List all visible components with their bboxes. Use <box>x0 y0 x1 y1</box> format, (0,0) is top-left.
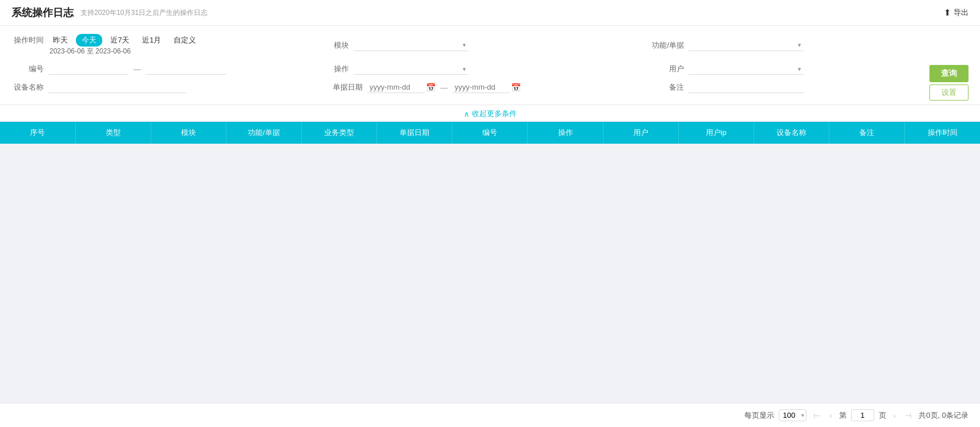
col-header-11: 备注 <box>829 122 905 144</box>
operation-select-wrapper: ▾ <box>353 63 468 75</box>
code-input-to[interactable] <box>145 63 226 75</box>
first-page-button[interactable]: ⊢ <box>811 411 823 420</box>
export-label: 导出 <box>954 7 969 18</box>
export-icon: ⬆ <box>944 7 951 18</box>
col-header-1: 类型 <box>75 122 151 144</box>
calendar-to-icon[interactable]: 📅 <box>511 83 521 92</box>
col-header-6: 编号 <box>452 122 528 144</box>
filter-row-3: 设备名称 单据日期 📅 — 📅 备注 <box>11 82 969 93</box>
code-label: 编号 <box>11 64 44 74</box>
total-label: 共0页, 0条记录 <box>918 410 969 421</box>
collapse-icon: ∧ <box>464 110 470 118</box>
action-buttons: 查询 设置 <box>929 65 969 101</box>
page-input[interactable] <box>851 409 874 421</box>
col-header-4: 业务类型 <box>302 122 377 144</box>
docdate-to-input[interactable] <box>452 82 510 93</box>
pagination-bar: 每页显示 50 100 200 ▾ ⊢ ‹ 第 页 › ⊣ 共0页, 0条记录 <box>0 403 980 427</box>
page-subtitle: 支持2020年10月31日之后产生的操作日志 <box>80 8 207 18</box>
code-input-from[interactable] <box>48 63 129 75</box>
col-header-10: 设备名称 <box>754 122 829 144</box>
time-label: 操作时间 <box>11 35 44 45</box>
col-header-5: 单据日期 <box>377 122 452 144</box>
col-header-8: 用户 <box>603 122 678 144</box>
filter-cell-user: 用户 ▾ <box>650 63 969 75</box>
filter-cell-module: 模块 ▾ <box>330 34 650 56</box>
user-select-wrapper: ▾ <box>689 63 804 75</box>
filter-cell-docdate: 单据日期 📅 — 📅 <box>330 82 650 93</box>
col-header-0: 序号 <box>0 122 75 144</box>
page-size-label: 每页显示 <box>744 410 774 421</box>
remark-input[interactable] <box>689 82 804 93</box>
page-size-select[interactable]: 50 100 200 <box>779 409 806 421</box>
collapse-bar: ∧ 收起更多条件 <box>0 105 980 122</box>
collapse-label: 收起更多条件 <box>472 109 517 119</box>
calendar-from-icon[interactable]: 📅 <box>426 83 436 92</box>
page-size-wrapper: 50 100 200 ▾ <box>779 409 806 421</box>
func-select[interactable] <box>689 40 804 51</box>
last-page-button[interactable]: ⊣ <box>902 411 914 420</box>
filter-row-1: 操作时间 昨天 今天 近7天 近1月 自定义 2023-06-06 至 2023… <box>11 34 969 56</box>
page-header: 系统操作日志 支持2020年10月31日之后产生的操作日志 ⬆ 导出 <box>0 0 980 26</box>
page-label: 第 <box>839 410 847 421</box>
col-header-7: 操作 <box>528 122 603 144</box>
page-unit: 页 <box>879 410 886 421</box>
col-header-2: 模块 <box>151 122 226 144</box>
filter-row-2: 编号 — 操作 ▾ 用户 <box>11 63 969 75</box>
collapse-button[interactable]: ∧ 收起更多条件 <box>464 109 517 119</box>
page-title: 系统操作日志 <box>11 6 74 20</box>
docdate-separator: — <box>440 83 448 92</box>
settings-button[interactable]: 设置 <box>929 84 969 101</box>
user-select[interactable] <box>689 63 804 75</box>
time-buttons: 昨天 今天 近7天 近1月 自定义 <box>48 34 201 47</box>
data-table: 序号类型模块功能/单据业务类型单据日期编号操作用户用户ip设备名称备注操作时间 <box>0 122 980 144</box>
filter-area: 操作时间 昨天 今天 近7天 近1月 自定义 2023-06-06 至 2023… <box>0 26 980 105</box>
scroll-area[interactable]: 序号类型模块功能/单据业务类型单据日期编号操作用户用户ip设备名称备注操作时间 <box>0 122 980 294</box>
prev-page-button[interactable]: ‹ <box>827 411 835 420</box>
code-separator: — <box>133 65 141 74</box>
func-select-wrapper: ▾ <box>689 40 804 51</box>
module-select[interactable] <box>353 40 468 51</box>
time-btn-1month[interactable]: 近1月 <box>137 34 166 46</box>
filter-cell-remark: 备注 <box>650 82 969 93</box>
filter-cell-operation: 操作 ▾ <box>330 63 650 75</box>
main-wrapper: 系统操作日志 支持2020年10月31日之后产生的操作日志 ⬆ 导出 操作时间 … <box>0 0 980 427</box>
module-select-wrapper: ▾ <box>353 40 468 51</box>
filter-cell-func: 功能/单据 ▾ <box>650 34 969 56</box>
device-label: 设备名称 <box>11 82 44 93</box>
remark-label: 备注 <box>650 82 684 93</box>
filter-cell-device: 设备名称 <box>11 82 330 93</box>
user-label: 用户 <box>650 64 684 74</box>
time-btn-custom[interactable]: 自定义 <box>169 34 201 46</box>
export-button[interactable]: ⬆ 导出 <box>944 7 969 18</box>
time-btn-yesterday[interactable]: 昨天 <box>48 34 72 46</box>
next-page-button[interactable]: › <box>891 411 898 420</box>
docdate-label: 单据日期 <box>330 82 363 93</box>
filter-cell-code: 编号 — <box>11 63 330 75</box>
operation-select[interactable] <box>353 63 468 75</box>
col-header-3: 功能/单据 <box>226 122 301 144</box>
header-row: 序号类型模块功能/单据业务类型单据日期编号操作用户用户ip设备名称备注操作时间 <box>0 122 980 144</box>
filter-cell-time: 操作时间 昨天 今天 近7天 近1月 自定义 2023-06-06 至 2023… <box>11 34 330 56</box>
func-label: 功能/单据 <box>650 40 684 51</box>
content-area: 序号类型模块功能/单据业务类型单据日期编号操作用户用户ip设备名称备注操作时间 <box>0 122 980 403</box>
time-btn-7days[interactable]: 近7天 <box>106 34 134 46</box>
col-header-12: 操作时间 <box>905 122 980 144</box>
docdate-from-input[interactable] <box>367 82 425 93</box>
operation-label: 操作 <box>330 64 349 74</box>
time-btn-today[interactable]: 今天 <box>76 34 102 47</box>
date-range-display: 2023-06-06 至 2023-06-06 <box>48 47 130 55</box>
query-button[interactable]: 查询 <box>929 65 969 82</box>
header-left: 系统操作日志 支持2020年10月31日之后产生的操作日志 <box>11 6 207 20</box>
col-header-9: 用户ip <box>678 122 754 144</box>
module-label: 模块 <box>330 40 349 51</box>
table-header: 序号类型模块功能/单据业务类型单据日期编号操作用户用户ip设备名称备注操作时间 <box>0 122 980 144</box>
device-input[interactable] <box>48 82 186 93</box>
